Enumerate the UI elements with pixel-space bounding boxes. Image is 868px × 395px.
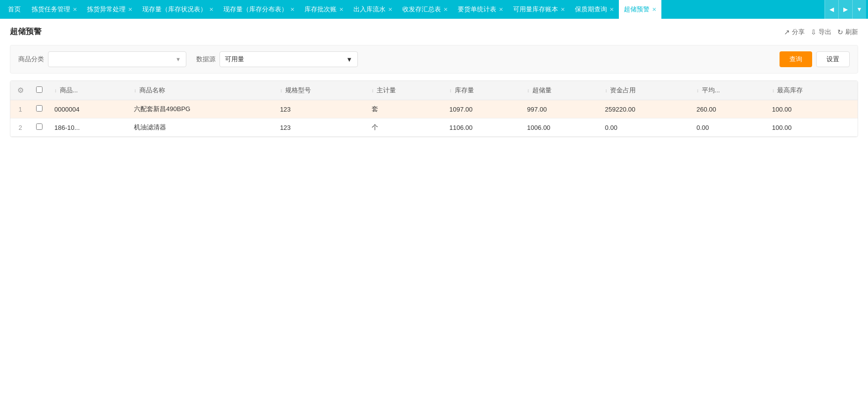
row-unit: 个 [366,118,443,137]
col-select-all [30,81,48,100]
table-container: ⚙ ↕ 商品... ↕ 商品名称 ↕ 规格型号 [10,80,858,137]
row-spec: 123 [274,100,365,118]
tab-close[interactable]: ✕ [499,6,503,13]
th-capital[interactable]: ↕ 资金占用 [599,81,691,100]
sort-icon: ↕ [372,88,374,93]
row-code: 186-10... [48,118,128,137]
page-content: 超储预警 ↗ 分享 ⇩ 导出 ↻ 刷新 商品分类 ▼ 数据源 [0,19,868,145]
th-code[interactable]: ↕ 商品... [48,81,128,100]
col-settings: ⚙ [10,81,30,100]
row-capital: 259220.00 [599,100,691,118]
nav-arrows: ◀ ▶ ▼ [825,0,866,19]
tab-close[interactable]: ✕ [561,6,565,13]
tab-available[interactable]: 可用量库存账本 ✕ [508,0,570,19]
nav-next-arrow[interactable]: ▶ [838,0,852,19]
tab-collect[interactable]: 收发存汇总表 ✕ [397,0,453,19]
tab-expiry[interactable]: 保质期查询 ✕ [570,0,619,19]
tab-inout[interactable]: 出入库流水 ✕ [348,0,397,19]
action-buttons: 查询 设置 [780,51,850,67]
select-all-checkbox[interactable] [36,86,43,93]
table-body: 1 0000004 六配套新昌490BPG 123 套 1097.00 997.… [10,100,858,137]
tab-inventory-status[interactable]: 现存量（库存状况表） ✕ [137,0,218,19]
row-stock: 1106.00 [443,118,521,137]
tab-close[interactable]: ✕ [290,6,295,13]
row-spec: 123 [274,118,365,137]
tab-close[interactable]: ✕ [443,6,448,13]
chevron-down-icon: ▼ [346,56,352,63]
datasource-filter-group: 数据源 可用量 ▼ [196,51,358,67]
th-name[interactable]: ↕ 商品名称 [128,81,274,100]
tab-close[interactable]: ✕ [609,6,614,13]
row-num: 1 [10,100,30,118]
category-label: 商品分类 [18,55,44,64]
export-button[interactable]: ⇩ 导出 [811,28,831,37]
tab-jialuo[interactable]: 拣货任务管理 ✕ [27,0,82,19]
sort-icon: ↕ [449,88,452,93]
sort-icon: ↕ [696,88,699,93]
tab-inventory-dist[interactable]: 现存量（库存分布表） ✕ [218,0,300,19]
row-capital: 0.00 [599,118,691,137]
chevron-down-icon: ▼ [175,56,181,62]
table-row: 2 186-10... 机油滤清器 123 个 1106.00 1006.00 … [10,118,858,137]
th-spec[interactable]: ↕ 规格型号 [274,81,365,100]
sort-icon: ↕ [54,88,57,93]
table-header-row: ⚙ ↕ 商品... ↕ 商品名称 ↕ 规格型号 [10,81,858,100]
row-unit: 套 [366,100,443,118]
row-avg: 0.00 [691,118,766,137]
sort-icon: ↕ [280,88,282,93]
refresh-icon: ↻ [837,28,843,36]
category-filter-group: 商品分类 ▼ [18,51,186,67]
row-over: 997.00 [521,100,599,118]
tab-close[interactable]: ✕ [128,6,132,13]
filter-area: 商品分类 ▼ 数据源 可用量 ▼ 查询 设置 [10,45,858,74]
tab-exception[interactable]: 拣货异常处理 ✕ [82,0,137,19]
row-max: 100.00 [766,100,858,118]
row-avg: 260.00 [691,100,766,118]
row-num: 2 [10,118,30,137]
tab-close[interactable]: ✕ [339,6,344,13]
share-icon: ↗ [784,28,790,36]
row-max: 100.00 [766,118,858,137]
settings-button[interactable]: 设置 [816,51,850,67]
row-name: 六配套新昌490BPG [128,100,274,118]
datasource-label: 数据源 [196,55,216,64]
sort-icon: ↕ [605,88,608,93]
th-over[interactable]: ↕ 超储量 [521,81,599,100]
top-nav: 首页 拣货任务管理 ✕ 拣货异常处理 ✕ 现存量（库存状况表） ✕ 现存量（库存… [0,0,868,19]
row-checkbox-cell [30,118,48,137]
row-stock: 1097.00 [443,100,521,118]
tab-overstock[interactable]: 超储预警 ✕ [619,0,661,19]
th-unit[interactable]: ↕ 主计量 [366,81,443,100]
row-checkbox[interactable] [36,105,43,112]
row-checkbox[interactable] [36,123,43,130]
tab-batch[interactable]: 库存批次账 ✕ [300,0,348,19]
table-row: 1 0000004 六配套新昌490BPG 123 套 1097.00 997.… [10,100,858,118]
sort-icon: ↕ [527,88,529,93]
header-actions: ↗ 分享 ⇩ 导出 ↻ 刷新 [784,28,858,37]
query-button[interactable]: 查询 [780,51,812,67]
tab-close[interactable]: ✕ [388,6,392,13]
th-max[interactable]: ↕ 最高库存 [766,81,858,100]
datasource-select[interactable]: 可用量 ▼ [219,51,358,67]
row-checkbox-cell [30,100,48,118]
nav-prev-arrow[interactable]: ◀ [825,0,838,19]
category-select[interactable]: ▼ [48,51,186,67]
sort-icon: ↕ [134,88,136,93]
share-button[interactable]: ↗ 分享 [784,28,805,37]
row-over: 1006.00 [521,118,599,137]
nav-more-arrow[interactable]: ▼ [852,0,866,19]
sort-icon: ↕ [772,88,775,93]
data-table: ⚙ ↕ 商品... ↕ 商品名称 ↕ 规格型号 [10,81,858,137]
th-avg[interactable]: ↕ 平均... [691,81,766,100]
tab-close[interactable]: ✕ [73,6,77,13]
nav-home[interactable]: 首页 [2,0,27,19]
tab-close[interactable]: ✕ [652,6,656,13]
tab-close[interactable]: ✕ [209,6,214,13]
page-title: 超储预警 [10,27,42,37]
row-code: 0000004 [48,100,128,118]
tab-order-stat[interactable]: 要货单统计表 ✕ [453,0,508,19]
page-header: 超储预警 ↗ 分享 ⇩ 导出 ↻ 刷新 [10,27,858,37]
refresh-button[interactable]: ↻ 刷新 [837,28,858,37]
column-settings-icon[interactable]: ⚙ [17,86,24,94]
th-stock[interactable]: ↕ 库存量 [443,81,521,100]
